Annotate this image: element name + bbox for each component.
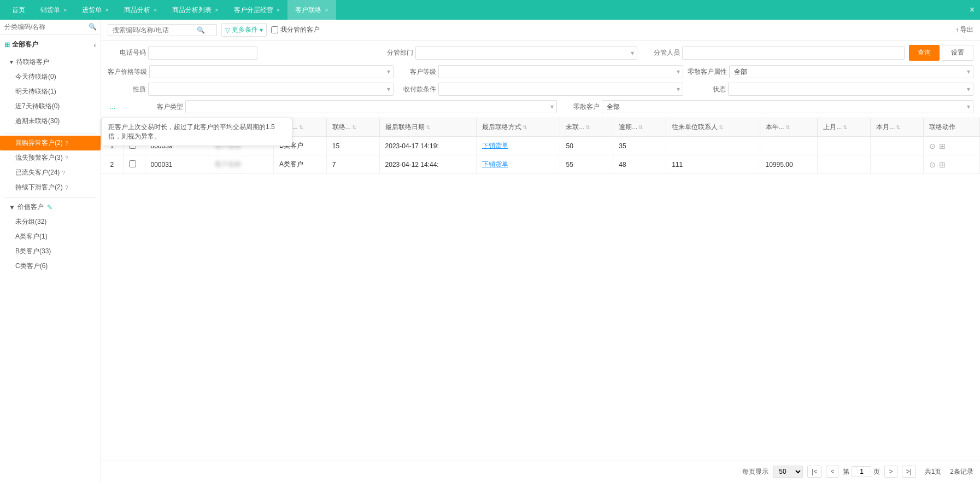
first-page-btn[interactable]: |< [807, 466, 821, 478]
sort-icon-method: ⇅ [523, 124, 527, 130]
retail-customer-select[interactable]: 全部 [602, 100, 973, 113]
overdue-pending[interactable]: 逾期未联络(30) [0, 114, 101, 129]
unclassified[interactable]: 未分组(32) [0, 214, 101, 229]
col-uncontacted[interactable]: 未联...⇅ [560, 118, 613, 137]
nav-item-customer-contact[interactable]: 客户联络 × [287, 0, 336, 20]
row-2-grid-icon[interactable]: ⊞ [939, 160, 946, 169]
sidebar-search-input[interactable] [4, 23, 86, 31]
col-this-year[interactable]: 本年...⇅ [760, 118, 818, 137]
row-2-link-icon[interactable]: ⊙ [929, 160, 936, 169]
filter-row-4: ... 客户类型 ▾ 零散客户 全部 ▾ [108, 100, 973, 113]
close-customer-tier-tab[interactable]: × [277, 7, 280, 13]
page-number-input[interactable] [852, 466, 871, 477]
customer-level-select[interactable] [438, 65, 684, 78]
payment-select[interactable] [438, 83, 684, 96]
row-1-grid-icon[interactable]: ⊞ [939, 142, 946, 150]
churn-warning[interactable]: 流失预警客户(3) ? [0, 150, 101, 165]
more-conditions-btn[interactable]: ▽ 更多条件 ▾ [221, 23, 267, 37]
prev-page-btn[interactable]: < [826, 466, 838, 478]
manager-label: 分管人员 [642, 48, 680, 57]
row-1-last-month [818, 137, 871, 155]
nav-item-home[interactable]: 首页 [4, 0, 33, 20]
price-level-wrap: ▾ [149, 65, 394, 78]
edit-icon[interactable]: ✎ [47, 204, 52, 211]
sidebar-search-icon[interactable]: 🔍 [89, 23, 97, 31]
nav-item-customer-tier[interactable]: 客户分层经营 × [226, 0, 287, 20]
chevron-down-icon: ▾ [260, 26, 263, 34]
phone-label: 电话号码 [108, 48, 146, 57]
class-a-customers[interactable]: A类客户(1) [0, 229, 101, 244]
col-contact-count[interactable]: 联络...⇅ [326, 118, 379, 137]
arrow-down-icon: ▼ [9, 59, 14, 65]
export-button[interactable]: ↑ 导出 [955, 25, 973, 34]
repurchase-anomaly[interactable]: 回购异常客户(2) ? [0, 136, 101, 150]
main-layout: 🔍 ⊞ 全部客户 ‹ ▼ 待联络客户 今天待联络(0) 明天待联络(1) [0, 20, 980, 482]
customer-type-wrap: ▾ [185, 100, 557, 113]
tooltip-text: 距客户上次交易时长，超过了此客户的平均交易周期的1.5倍，则视为异常。 [108, 123, 275, 140]
more-filter-btn[interactable]: ... [108, 101, 118, 113]
query-button[interactable]: 查询 [909, 45, 940, 61]
nav-item-product-analysis[interactable]: 商品分析 × [116, 0, 165, 20]
setting-button[interactable]: 设置 [942, 45, 973, 61]
close-product-list-tab[interactable]: × [215, 7, 218, 13]
nav-item-product-analysis-list[interactable]: 商品分析列表 × [165, 0, 226, 20]
close-purchase-tab[interactable]: × [105, 7, 108, 13]
col-last-method[interactable]: 最后联络方式⇅ [477, 118, 560, 137]
col-this-month[interactable]: 本月...⇅ [871, 118, 924, 137]
customer-type-select[interactable] [185, 100, 557, 113]
row-1-link-icon[interactable]: ⊙ [929, 142, 936, 150]
status-select[interactable] [728, 83, 973, 96]
all-customers-header[interactable]: ⊞ 全部客户 ‹ [0, 37, 101, 53]
nav-item-purchase[interactable]: 进货单 × [74, 0, 116, 20]
question-icon-3[interactable]: ? [62, 170, 65, 176]
export-icon: ↑ [955, 26, 959, 34]
close-sales-tab[interactable]: × [63, 7, 67, 13]
row-1-action: ⊙ ⊞ [924, 137, 980, 155]
tomorrow-pending[interactable]: 明天待联络(1) [0, 84, 101, 99]
per-page-select[interactable]: 50 100 200 [773, 466, 803, 478]
close-customer-contact-tab[interactable]: × [325, 7, 328, 13]
price-level-select[interactable] [149, 65, 394, 78]
declining-customers[interactable]: 持续下滑客户(2) ? [0, 180, 101, 195]
filter-row-2: 客户价格等级 ▾ 客户等级 ▾ 零散客户属性 [108, 65, 973, 78]
next-page-btn[interactable]: > [884, 466, 897, 478]
my-customers-check[interactable] [271, 26, 278, 33]
week-pending[interactable]: 近7天待联络(0) [0, 99, 101, 114]
row-1-contact-person [666, 137, 760, 155]
question-icon-2[interactable]: ? [65, 155, 68, 161]
grid-icon: ⊞ [4, 41, 10, 49]
total-pages: 共1页 [925, 467, 942, 477]
today-pending[interactable]: 今天待联络(0) [0, 69, 101, 84]
row-1-last-method[interactable]: 下销货单 [477, 137, 560, 155]
phone-input[interactable] [148, 47, 257, 60]
value-customers-title[interactable]: ▼ 价值客户 ✎ [0, 200, 101, 214]
last-page-btn[interactable]: >| [902, 466, 916, 478]
sort-icon-overdue: ⇅ [638, 124, 643, 130]
nav-item-sales[interactable]: 销货单 × [33, 0, 74, 20]
manager-input[interactable] [682, 47, 905, 60]
row-2-checkbox[interactable] [129, 160, 136, 167]
pending-contact-title[interactable]: ▼ 待联络客户 [0, 55, 101, 69]
class-b-customers[interactable]: B类客户(33) [0, 244, 101, 259]
col-last-date[interactable]: 最后联络日期⇅ [379, 118, 476, 137]
row-2-this-year: 10995.00 [760, 155, 818, 174]
gender-select[interactable] [148, 83, 394, 96]
price-level-filter: 客户价格等级 ▾ [108, 65, 394, 78]
search-icon[interactable]: 🔍 [197, 26, 205, 34]
pagination-bar: 每页显示 50 100 200 |< < 第 页 > >| 共1页 2条记录 [101, 461, 980, 482]
question-icon-4[interactable]: ? [65, 184, 68, 191]
col-last-month[interactable]: 上月...⇅ [818, 118, 871, 137]
search-input[interactable] [113, 26, 195, 34]
col-contact-person[interactable]: 往来单位联系人⇅ [666, 118, 760, 137]
close-product-analysis-tab[interactable]: × [154, 7, 157, 13]
question-icon-1[interactable]: ? [65, 140, 68, 147]
churned-customers[interactable]: 已流失客户(24) ? [0, 165, 101, 180]
col-overdue[interactable]: 逾期...⇅ [613, 118, 666, 137]
retail-attr-select[interactable]: 全部 [729, 65, 973, 78]
collapse-btn[interactable]: ‹ [93, 40, 96, 49]
row-2-last-method[interactable]: 下销货单 [477, 155, 560, 174]
close-all-tabs[interactable]: × [970, 5, 975, 15]
dept-select[interactable] [415, 47, 638, 60]
row-2-last-date: 2023-04-12 14:44: [379, 155, 476, 174]
class-c-customers[interactable]: C类客户(6) [0, 259, 101, 274]
